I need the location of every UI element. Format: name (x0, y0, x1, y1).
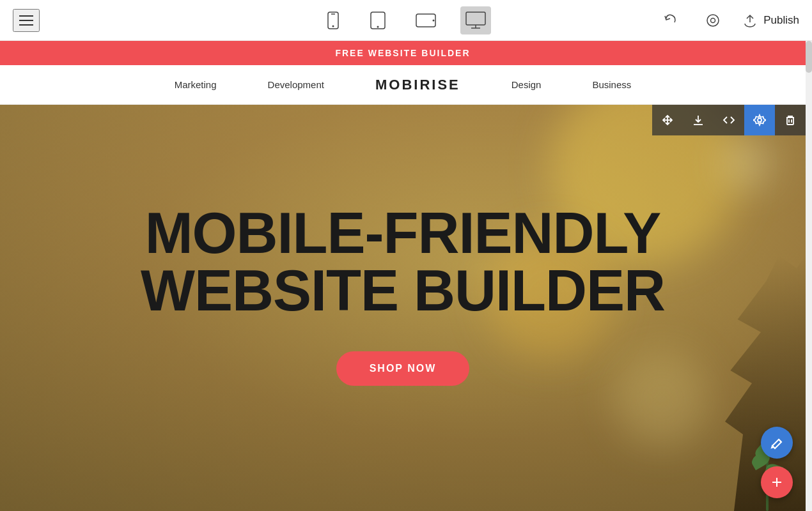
svg-line-20 (779, 439, 781, 442)
hero-title: MOBILE-FRIENDLY WEBSITE BUILDER (141, 204, 665, 319)
hero-title-line1: MOBILE-FRIENDLY (145, 201, 661, 265)
svg-point-11 (711, 18, 715, 22)
tablet-view-button[interactable] (364, 6, 391, 34)
add-fab-button[interactable] (761, 466, 793, 498)
scrollbar-thumb[interactable] (806, 41, 812, 73)
top-toolbar: Publish (0, 0, 812, 41)
toolbar-right: Publish (657, 7, 799, 34)
svg-point-6 (433, 19, 435, 21)
nav-link-design[interactable]: Design (511, 79, 542, 90)
nav-link-business[interactable]: Business (592, 79, 631, 90)
nav-link-development[interactable]: Development (268, 79, 324, 90)
shop-now-button[interactable]: SHOP NOW (336, 351, 470, 386)
fab-container (761, 427, 793, 498)
svg-rect-7 (466, 12, 485, 25)
svg-point-16 (758, 118, 761, 122)
block-settings-button[interactable] (744, 105, 775, 135)
desktop-view-button[interactable] (460, 6, 491, 34)
svg-point-10 (707, 15, 719, 26)
nav-link-marketing[interactable]: Marketing (175, 79, 217, 90)
svg-rect-17 (787, 118, 793, 125)
undo-button[interactable] (657, 7, 684, 34)
menu-button[interactable] (13, 9, 40, 32)
block-controls (652, 105, 806, 135)
block-delete-button[interactable] (775, 105, 806, 135)
toolbar-left (13, 9, 40, 32)
mobile-view-button[interactable] (321, 6, 345, 34)
edit-fab-button[interactable] (761, 427, 793, 459)
nav-brand: MOBIRISE (375, 77, 460, 93)
hero-title-line2: WEBSITE BUILDER (141, 259, 665, 323)
content-area: FREE WEBSITE BUILDER Marketing Developme… (0, 41, 806, 511)
publish-button[interactable]: Publish (742, 12, 799, 29)
svg-point-1 (332, 25, 334, 27)
block-code-button[interactable] (714, 105, 744, 135)
block-move-button[interactable] (652, 105, 683, 135)
navigation-bar: Marketing Development MOBIRISE Design Bu… (0, 65, 806, 105)
block-download-button[interactable] (683, 105, 714, 135)
promo-text: FREE WEBSITE BUILDER (335, 48, 470, 58)
tablet-landscape-button[interactable] (410, 8, 441, 33)
svg-point-4 (377, 26, 379, 27)
scrollbar[interactable] (806, 41, 812, 511)
publish-label: Publish (763, 14, 799, 27)
device-switcher (321, 6, 491, 34)
hero-content: MOBILE-FRIENDLY WEBSITE BUILDER SHOP NOW (0, 105, 806, 511)
promo-banner: FREE WEBSITE BUILDER (0, 41, 806, 65)
hero-section: MOBILE-FRIENDLY WEBSITE BUILDER SHOP NOW (0, 105, 806, 511)
preview-button[interactable] (699, 7, 726, 34)
